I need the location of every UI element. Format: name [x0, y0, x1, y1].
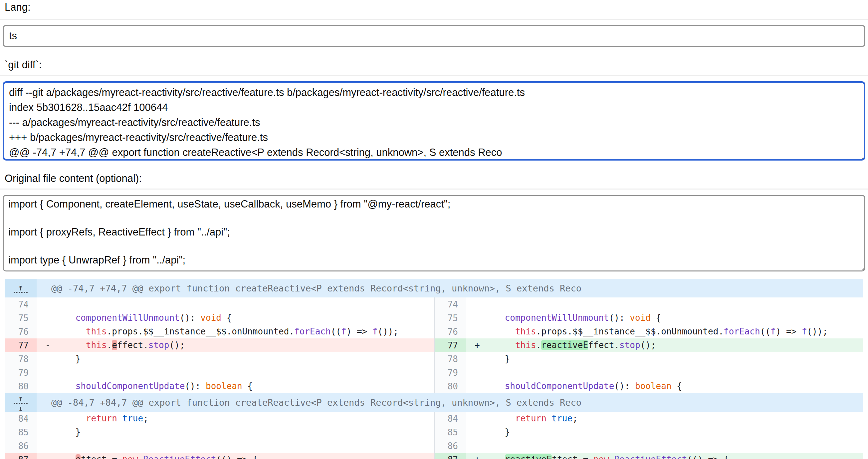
code-segment: [55, 313, 75, 323]
line-number-old: 79: [5, 366, 37, 379]
code-segment: [484, 381, 505, 391]
code-cell-new: + this.reactiveEffect.stop();: [466, 338, 863, 352]
line-number-old: 87: [5, 453, 37, 459]
code-segment: }: [55, 427, 81, 437]
line-number-new: 74: [434, 297, 466, 311]
code-segment: [484, 454, 505, 459]
code-segment: ffect.: [117, 340, 149, 350]
diff-row: 76 this.props.$$__instance__$$.onUnmount…: [5, 325, 863, 338]
code-segment: this: [515, 340, 536, 350]
code-segment: (() => {: [216, 454, 258, 459]
code-cell-old: this.props.$$__instance__$$.onUnmounted.…: [37, 325, 434, 338]
added-marker: +: [466, 453, 484, 459]
dashed-line: [13, 292, 28, 293]
hunk-header-text: @@ -74,7 +74,7 @@ export function create…: [37, 279, 863, 297]
code-segment: ) =>: [776, 326, 802, 337]
code-cell-new: [466, 297, 863, 311]
code-cell-old: }: [37, 425, 434, 439]
code-segment: componentWillUnmount: [505, 313, 609, 323]
code-cell-new: return true;: [466, 412, 863, 425]
expand-up-icon: ↑: [13, 284, 28, 294]
line-number-old: 77: [5, 338, 37, 352]
code-segment: ) =>: [346, 326, 372, 337]
arrow-up-glyph: ↑: [18, 395, 23, 402]
line-number-old: 84: [5, 412, 37, 425]
code-segment: [138, 454, 143, 459]
code-segment: [484, 413, 515, 423]
code-segment: ():: [180, 313, 201, 323]
hunk-header-row: ↑↓@@ -84,7 +84,7 @@ export function crea…: [5, 393, 863, 412]
code-segment: f: [341, 326, 346, 337]
code-segment: }: [484, 354, 510, 364]
diff-row: 84 return true;84 return true;: [5, 412, 863, 425]
code-segment: void: [630, 313, 651, 323]
code-segment: new: [593, 454, 609, 459]
code-segment: stop: [149, 340, 169, 350]
code-segment: ffect =: [552, 454, 593, 459]
line-number-old: 86: [5, 439, 37, 453]
code-segment: forEach: [723, 326, 760, 337]
code-segment: {: [672, 381, 682, 391]
line-number-new: 78: [434, 352, 466, 366]
divider: [0, 75, 868, 76]
code-segment: ReactiveEffect: [614, 454, 687, 459]
code-segment: ffect =: [81, 454, 122, 459]
code-cell-new: + reactiveEffect = new ReactiveEffect(()…: [466, 453, 863, 459]
added-marker: +: [466, 338, 484, 352]
code-cell-old: [37, 297, 434, 311]
code-cell-new: }: [466, 425, 863, 439]
line-number-new: 77: [434, 338, 466, 352]
code-segment: ());: [807, 326, 828, 337]
diff-row: 77- this.effect.stop();77+ this.reactive…: [5, 338, 863, 352]
line-number-old: 78: [5, 352, 37, 366]
code-segment: .props.$$__instance__$$.onUnmounted.: [107, 326, 294, 337]
hunk-header-text: @@ -84,7 +84,7 @@ export function create…: [37, 393, 863, 412]
arrow-down-glyph: ↓: [18, 405, 23, 412]
code-segment: ReactiveEffect: [143, 454, 216, 459]
line-number-old: 76: [5, 325, 37, 338]
original-content-label: Original file content (optional):: [5, 173, 868, 184]
expand-hunk-button[interactable]: ↑: [5, 279, 37, 297]
diff-viewer: ↑@@ -74,7 +74,7 @@ export function creat…: [5, 279, 863, 459]
code-cell-new: componentWillUnmount(): void {: [466, 311, 863, 325]
code-segment: void: [200, 313, 221, 323]
diff-row: 80 shouldComponentUpdate(): boolean {80 …: [5, 379, 863, 393]
changed-word: reactiveE: [541, 340, 588, 350]
line-number-old: 74: [5, 297, 37, 311]
expand-updown-icon: ↑↓: [13, 395, 28, 412]
code-segment: [55, 413, 86, 423]
code-segment: [484, 340, 515, 350]
hunk-header-row: ↑@@ -74,7 +74,7 @@ export function creat…: [5, 279, 863, 297]
code-segment: shouldComponentUpdate: [505, 381, 614, 391]
code-segment: f: [802, 326, 807, 337]
line-number-old: 80: [5, 379, 37, 393]
line-number-new: 87: [434, 453, 466, 459]
diff-row: 78 }78 }: [5, 352, 863, 366]
line-number-new: 79: [434, 366, 466, 379]
changed-word: e: [75, 454, 81, 459]
code-segment: ffect.: [588, 340, 619, 350]
original-content-textarea[interactable]: import { Component, createElement, useSt…: [3, 195, 865, 271]
code-segment: ();: [169, 340, 185, 350]
code-cell-old: - effect = new ReactiveEffect(() => {: [37, 453, 434, 459]
git-diff-textarea[interactable]: diff --git a/packages/myreact-reactivity…: [3, 81, 865, 161]
page: Lang: `git diff`: diff --git a/packages/…: [0, 1, 868, 459]
code-segment: }: [484, 427, 510, 437]
diff-row: 8686: [5, 439, 863, 453]
code-segment: return: [86, 413, 117, 423]
code-segment: .: [536, 340, 541, 350]
lang-label: Lang:: [5, 1, 868, 13]
code-segment: new: [122, 454, 138, 459]
code-segment: ();: [640, 340, 656, 350]
code-segment: [55, 454, 75, 459]
diff-row: 87- effect = new ReactiveEffect(() => {8…: [5, 453, 863, 459]
code-segment: .props.$$__instance__$$.onUnmounted.: [536, 326, 724, 337]
code-segment: [609, 454, 614, 459]
code-segment: [484, 326, 515, 337]
changed-word: reactiveE: [505, 454, 552, 459]
lang-input[interactable]: [3, 25, 865, 47]
code-segment: [55, 340, 86, 350]
expand-hunk-button[interactable]: ↑↓: [5, 393, 37, 412]
code-segment: shouldComponentUpdate: [75, 381, 185, 391]
code-segment: {: [221, 313, 231, 323]
